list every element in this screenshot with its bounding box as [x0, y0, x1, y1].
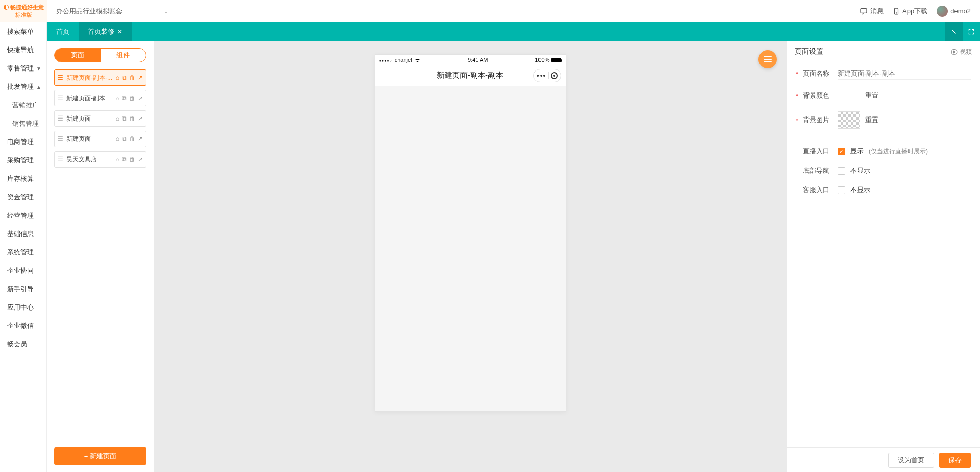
bottom-nav-checkbox[interactable]	[838, 167, 845, 175]
sidebar-item[interactable]: 批发管理▲	[0, 78, 46, 96]
copy-icon[interactable]: ⧉	[122, 156, 127, 163]
drag-icon[interactable]: ☰	[58, 95, 63, 102]
page-list-item[interactable]: ☰新建页面⌂⧉🗑↗	[54, 110, 146, 127]
copy-icon[interactable]: ⧉	[122, 95, 127, 102]
sidebar-item[interactable]: 畅会员	[0, 335, 46, 353]
tab-home[interactable]: 首页	[47, 22, 79, 41]
tab-decoration[interactable]: 首页装修 ✕	[79, 22, 132, 41]
home-icon[interactable]: ⌂	[116, 74, 119, 81]
close-icon[interactable]: ✕	[117, 28, 122, 35]
page-list-item[interactable]: ☰新建页面-副本⌂⧉🗑↗	[54, 90, 146, 106]
required-icon: *	[796, 92, 800, 100]
service-checkbox[interactable]	[838, 186, 845, 194]
sidebar-item[interactable]: 企业协同	[0, 262, 46, 280]
sidebar-item-label: 应用中心	[7, 303, 34, 312]
set-home-button[interactable]: 设为首页	[888, 453, 934, 468]
external-link-icon[interactable]: ↗	[138, 135, 143, 143]
home-icon[interactable]: ⌂	[116, 156, 119, 163]
drag-icon[interactable]: ☰	[58, 74, 63, 81]
live-show-label: 显示	[850, 147, 864, 156]
delete-icon[interactable]: 🗑	[129, 156, 135, 163]
page-list-item[interactable]: ☰新建页面⌂⧉🗑↗	[54, 131, 146, 147]
fullscreen-button[interactable]	[963, 22, 980, 41]
drag-icon[interactable]: ☰	[58, 115, 63, 122]
external-link-icon[interactable]: ↗	[138, 156, 143, 163]
sidebar-item[interactable]: 零售管理▼	[0, 59, 46, 78]
toggle-panel-button[interactable]	[758, 50, 777, 68]
sidebar-item[interactable]: 库存核算	[0, 170, 46, 188]
sidebar-item-label: 电商管理	[7, 137, 34, 147]
sidebar-item[interactable]: 采购管理	[0, 151, 46, 170]
external-link-icon[interactable]: ↗	[138, 74, 143, 81]
tabs-bar: 首页 首页装修 ✕	[47, 22, 980, 41]
drag-icon[interactable]: ☰	[58, 135, 63, 143]
delete-icon[interactable]: 🗑	[129, 115, 135, 122]
user-menu[interactable]: demo2	[937, 6, 971, 17]
sidebar-item[interactable]: 资金管理	[0, 188, 46, 206]
sidebar-item[interactable]: 电商管理	[0, 133, 46, 151]
bg-color-swatch[interactable]	[838, 90, 860, 101]
seg-page[interactable]: 页面	[55, 49, 101, 62]
delete-icon[interactable]: 🗑	[129, 74, 135, 81]
sidebar-item-label: 基础信息	[7, 229, 34, 239]
save-button[interactable]: 保存	[939, 453, 971, 468]
battery-icon	[551, 58, 561, 62]
carrier-label: chanjet	[395, 57, 412, 63]
page-item-name: 新建页面-副本-...	[66, 74, 113, 82]
service-value: 不显示	[850, 185, 870, 195]
sidebar-item[interactable]: 搜索菜单	[0, 22, 46, 41]
external-link-icon[interactable]: ↗	[138, 95, 143, 102]
live-entry-label: 直播入口	[803, 147, 838, 156]
sidebar-item[interactable]: 营销推广	[0, 96, 46, 114]
segment-tabs: 页面 组件	[54, 48, 146, 62]
user-name: demo2	[950, 7, 971, 15]
home-icon[interactable]: ⌂	[116, 115, 119, 122]
delete-icon[interactable]: 🗑	[129, 95, 135, 102]
settings-title: 页面设置	[795, 47, 823, 56]
miniprogram-capsule[interactable]	[533, 69, 561, 82]
settings-footer: 设为首页 保存	[787, 447, 980, 472]
account-select[interactable]: 办公用品行业模拟账套 ⌄	[56, 7, 169, 16]
phone-body[interactable]	[375, 86, 566, 411]
target-icon	[551, 72, 558, 79]
sidebar-item[interactable]: 基础信息	[0, 225, 46, 243]
account-name: 办公用品行业模拟账套	[56, 7, 122, 16]
required-icon: *	[796, 116, 800, 124]
live-show-checkbox[interactable]: ✓	[838, 148, 845, 155]
sidebar-item[interactable]: 企业微信	[0, 317, 46, 335]
home-icon[interactable]: ⌂	[116, 95, 119, 102]
sidebar-item[interactable]: 销售管理	[0, 114, 46, 133]
top-header: 畅捷通好生意 标准版 办公用品行业模拟账套 ⌄ 消息 App下载 demo2	[0, 0, 980, 22]
drag-icon[interactable]: ☰	[58, 156, 63, 163]
home-icon[interactable]: ⌂	[116, 135, 119, 143]
phone-nav-bar: 新建页面-副本-副本	[375, 65, 566, 86]
separator	[548, 72, 549, 79]
brand-logo[interactable]: 畅捷通好生意 标准版	[0, 0, 47, 22]
external-link-icon[interactable]: ↗	[138, 115, 143, 122]
page-item-name: 新建页面-副本	[66, 94, 113, 103]
page-list-item[interactable]: ☰新建页面-副本-...⌂⧉🗑↗	[54, 69, 146, 86]
page-name-input[interactable]	[838, 67, 971, 80]
sidebar-item[interactable]: 经营管理	[0, 206, 46, 225]
app-download-button[interactable]: App下载	[893, 7, 927, 16]
copy-icon[interactable]: ⧉	[122, 74, 127, 81]
phone-time: 9:41 AM	[468, 57, 488, 63]
page-list-item[interactable]: ☰昊天文具店⌂⧉🗑↗	[54, 151, 146, 168]
sidebar-item[interactable]: 应用中心	[0, 298, 46, 317]
sidebar-item[interactable]: 新手引导	[0, 280, 46, 298]
sidebar-item[interactable]: 快捷导航	[0, 41, 46, 59]
copy-icon[interactable]: ⧉	[122, 135, 127, 143]
seg-component[interactable]: 组件	[101, 49, 146, 62]
new-page-button[interactable]: + 新建页面	[54, 447, 146, 465]
messages-button[interactable]: 消息	[860, 7, 884, 16]
tab-home-label: 首页	[56, 27, 69, 36]
video-help-button[interactable]: 视频	[951, 48, 972, 56]
sidebar-item[interactable]: 系统管理	[0, 243, 46, 262]
bg-image-reset[interactable]: 重置	[865, 115, 878, 125]
delete-icon[interactable]: 🗑	[129, 135, 135, 143]
close-all-tabs-button[interactable]	[945, 22, 963, 41]
bg-color-reset[interactable]: 重置	[865, 91, 878, 100]
bg-image-picker[interactable]	[838, 111, 860, 129]
copy-icon[interactable]: ⧉	[122, 115, 127, 122]
avatar	[937, 6, 948, 17]
